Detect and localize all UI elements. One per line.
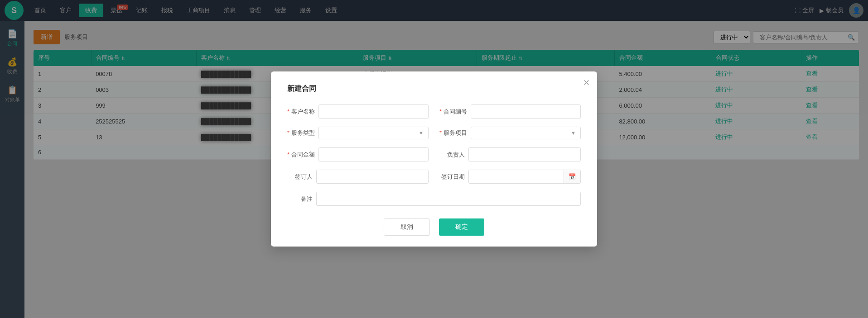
service-type-arrow: ▼ (419, 130, 424, 136)
field-amount: 合同金额 0.00 (287, 147, 429, 161)
form-row-4: 签订人 签订日期 2023-06-06 📅 (287, 170, 581, 184)
field-notes: 备注 (287, 192, 581, 206)
contract-no-input[interactable] (471, 104, 581, 119)
form-row-1: 客户名称 合同编号 (287, 104, 581, 119)
signer-input[interactable] (316, 170, 429, 184)
modal-title: 新建合同 (287, 84, 581, 94)
service-type-select[interactable]: ▼ (318, 127, 429, 139)
sign-date-input[interactable]: 2023-06-06 (469, 170, 564, 183)
field-responsible: 负责人 (439, 147, 581, 161)
cancel-button[interactable]: 取消 (384, 218, 430, 236)
signer-label: 签订人 (287, 173, 313, 181)
confirm-button[interactable]: 确定 (439, 218, 484, 236)
service-item-select[interactable]: ▼ (471, 127, 581, 139)
responsible-input[interactable] (468, 147, 581, 161)
field-service-type: 服务类型 ▼ (287, 127, 429, 139)
modal-overlay: ✕ 新建合同 客户名称 合同编号 服务类型 ▼ 服务项目 (0, 0, 868, 318)
amount-label: 合同金额 (287, 151, 315, 159)
new-contract-modal: ✕ 新建合同 客户名称 合同编号 服务类型 ▼ 服务项目 (271, 71, 597, 247)
field-sign-date: 签订日期 2023-06-06 📅 (439, 170, 581, 184)
client-name-input[interactable] (318, 104, 429, 119)
calendar-icon[interactable]: 📅 (564, 170, 580, 183)
field-service-item: 服务项目 ▼ (439, 127, 581, 139)
field-signer: 签订人 (287, 170, 429, 184)
service-item-arrow: ▼ (571, 130, 576, 136)
client-name-label: 客户名称 (287, 108, 315, 116)
form-row-3: 合同金额 0.00 负责人 (287, 147, 581, 161)
notes-input[interactable] (316, 192, 581, 206)
notes-label: 备注 (287, 195, 313, 203)
form-row-2: 服务类型 ▼ 服务项目 ▼ (287, 127, 581, 139)
contract-no-label: 合同编号 (439, 108, 467, 116)
field-client-name: 客户名称 (287, 104, 429, 119)
modal-footer: 取消 确定 (287, 218, 581, 236)
responsible-label: 负责人 (439, 151, 465, 159)
modal-close-button[interactable]: ✕ (583, 78, 590, 88)
sign-date-field: 2023-06-06 📅 (468, 170, 581, 184)
service-type-label: 服务类型 (287, 129, 315, 137)
form-row-5: 备注 (287, 192, 581, 206)
sign-date-label: 签订日期 (439, 173, 465, 181)
amount-input[interactable]: 0.00 (318, 147, 429, 161)
service-item-label: 服务项目 (439, 129, 467, 137)
field-contract-no: 合同编号 (439, 104, 581, 119)
